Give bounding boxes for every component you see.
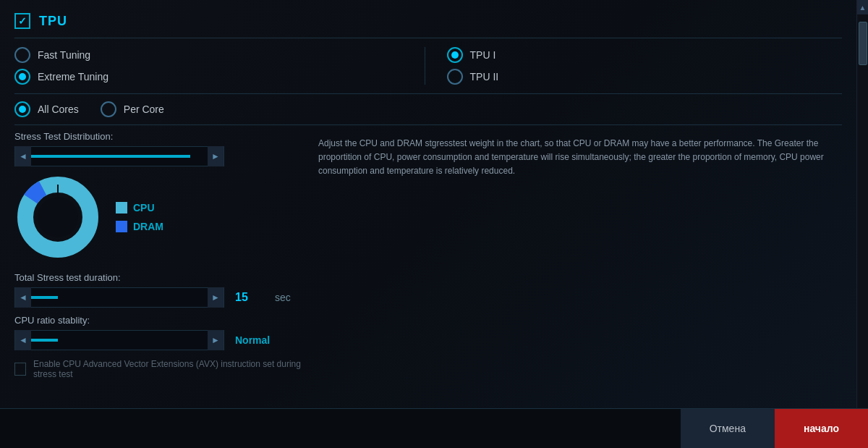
tpu-ii-option[interactable]: TPU II <box>447 69 843 85</box>
cpu-legend-item: CPU <box>116 202 163 214</box>
content-area: TPU Fast Tuning Extreme Tuning TPU I <box>0 0 856 448</box>
chart-legend: CPU DRAM <box>116 202 163 232</box>
per-core-option[interactable]: Per Core <box>101 101 164 117</box>
duration-label: Total Stress test duration: <box>14 272 304 283</box>
avx-checkbox[interactable] <box>14 363 26 376</box>
all-cores-radio[interactable] <box>14 101 30 117</box>
start-button[interactable]: начало <box>775 409 868 449</box>
slider-track <box>31 147 208 166</box>
donut-chart <box>14 174 101 261</box>
duration-unit: sec <box>275 292 291 303</box>
stress-description-panel: Adjust the CPU and DRAM stgresstest weig… <box>318 131 842 448</box>
cpu-color-swatch <box>116 202 127 214</box>
main-container: ▲ ▼ TPU Fast Tuning Extreme Tuning <box>0 0 868 448</box>
fast-tuning-option[interactable]: Fast Tuning <box>14 47 410 63</box>
duration-slider-left-arrow[interactable]: ◄ <box>15 287 31 308</box>
extreme-tuning-radio[interactable] <box>14 69 30 85</box>
all-cores-label: All Cores <box>38 103 79 115</box>
duration-row: ◄ ► 15 sec <box>14 287 304 308</box>
duration-value: 15 <box>235 291 264 304</box>
slider-fill <box>31 155 190 158</box>
duration-slider-right-arrow[interactable]: ► <box>208 287 224 308</box>
cpu-ratio-right-arrow[interactable]: ► <box>208 330 224 350</box>
tpu-ii-label: TPU II <box>470 71 499 83</box>
tpu-ii-radio[interactable] <box>447 69 463 85</box>
cpu-ratio-track <box>31 331 208 350</box>
dram-legend-item: DRAM <box>116 221 163 232</box>
cpu-ratio-label: CPU ratio stablity: <box>14 315 304 326</box>
stress-distribution-slider[interactable]: ◄ ► <box>14 146 224 166</box>
scrollbar-track <box>858 14 868 434</box>
fast-tuning-label: Fast Tuning <box>38 49 90 61</box>
cores-row: All Cores Per Core <box>14 94 842 125</box>
bottom-sections: Total Stress test duration: ◄ ► 15 sec <box>14 261 304 379</box>
stress-section: Stress Test Distribution: ◄ ► <box>14 125 842 448</box>
cancel-button[interactable]: Отмена <box>681 409 775 449</box>
per-core-label: Per Core <box>124 103 164 115</box>
page-title: TPU <box>39 14 67 29</box>
fast-tuning-radio[interactable] <box>14 47 30 63</box>
title-row: TPU <box>14 7 842 38</box>
cpu-ratio-slider[interactable]: ◄ ► <box>14 330 224 350</box>
enable-avx-row[interactable]: Enable CPU Advanced Vector Extensions (A… <box>14 355 304 379</box>
scrollbar-thumb[interactable] <box>859 22 867 65</box>
all-cores-option[interactable]: All Cores <box>14 101 79 117</box>
extreme-tuning-label: Extreme Tuning <box>38 71 109 83</box>
tuning-left-options: Fast Tuning Extreme Tuning <box>14 47 425 85</box>
dram-legend-label: DRAM <box>133 221 163 232</box>
stress-left-panel: Stress Test Distribution: ◄ ► <box>14 131 304 448</box>
cpu-ratio-row: ◄ ► Normal <box>14 330 304 350</box>
scrollbar: ▲ ▼ <box>856 0 868 448</box>
scroll-up-button[interactable]: ▲ <box>857 0 869 14</box>
duration-slider[interactable]: ◄ ► <box>14 287 224 308</box>
per-core-radio[interactable] <box>101 101 116 117</box>
stress-description-text: Adjust the CPU and DRAM stgresstest weig… <box>318 131 842 179</box>
cpu-ratio-left-arrow[interactable]: ◄ <box>15 330 31 350</box>
tpu-i-radio[interactable] <box>447 47 463 63</box>
footer: Отмена начало <box>0 408 868 448</box>
tpu-i-option[interactable]: TPU I <box>447 47 843 63</box>
cpu-ratio-value: Normal <box>235 334 270 346</box>
stress-distribution-label: Stress Test Distribution: <box>14 131 304 142</box>
cpu-legend-label: CPU <box>133 202 155 214</box>
tpu-i-label: TPU I <box>470 49 496 61</box>
slider-left-arrow[interactable]: ◄ <box>15 146 31 166</box>
dram-color-swatch <box>116 221 127 232</box>
avx-label: Enable CPU Advanced Vector Extensions (A… <box>33 359 304 379</box>
duration-slider-track <box>31 288 208 307</box>
tuning-right-options: TPU I TPU II <box>425 47 843 85</box>
donut-wrapper: CPU DRAM <box>14 174 304 261</box>
slider-right-arrow[interactable]: ► <box>208 146 224 166</box>
svg-point-2 <box>38 197 78 237</box>
cpu-ratio-fill <box>31 339 58 342</box>
tuning-options-section: Fast Tuning Extreme Tuning TPU I TPU II <box>14 38 842 94</box>
tpu-checkbox[interactable] <box>14 13 30 29</box>
extreme-tuning-option[interactable]: Extreme Tuning <box>14 69 410 85</box>
duration-slider-fill <box>31 296 58 299</box>
